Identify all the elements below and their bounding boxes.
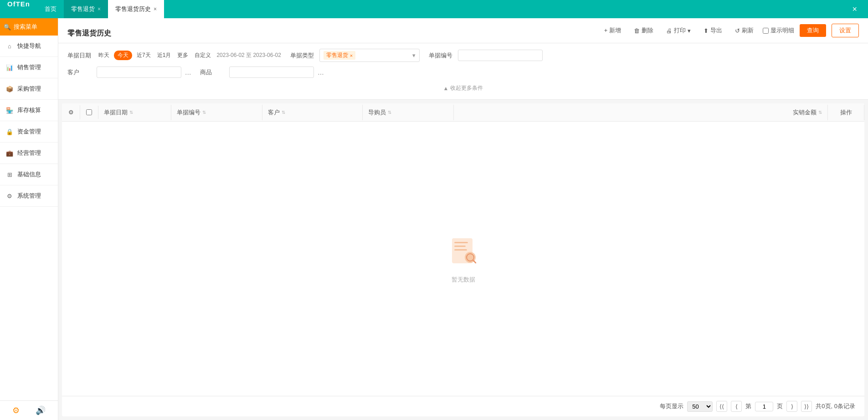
sidebar-footer: ⚙ 🔊 <box>0 400 58 420</box>
bill-type-tag-close[interactable]: × <box>350 53 353 58</box>
sidebar-item-system[interactable]: ⚙ 系统管理 <box>0 185 58 207</box>
goods-input[interactable] <box>229 67 314 78</box>
top-bar: OfTEn 首页 零售退货 × 零售退货历史 × × <box>0 0 868 18</box>
sidebar-item-finance[interactable]: 🔒 资金管理 <box>0 121 58 143</box>
filter-customer: 客户 ... <box>67 67 191 78</box>
sidebar-item-basic-info[interactable]: ⊞ 基础信息 <box>0 164 58 185</box>
delete-icon: 🗑 <box>634 27 640 34</box>
svg-rect-3 <box>454 249 467 251</box>
collapse-arrow-icon: ▲ <box>443 85 449 92</box>
date-btn-more[interactable]: 更多 <box>175 51 190 60</box>
page-number-input[interactable]: 1 <box>755 402 773 411</box>
filter-area: 单据日期 昨天 今天 近7天 近1月 更多 自定义 2023-06-02 至 2… <box>58 43 868 100</box>
filter-bill-type: 单据类型 零售退货 × ▾ <box>290 49 420 62</box>
speaker-icon[interactable]: 🔊 <box>36 405 46 415</box>
warehouse-icon: 🏪 <box>5 106 14 114</box>
bill-type-label: 单据类型 <box>290 51 316 60</box>
delete-button[interactable]: 🗑 删除 <box>630 25 657 36</box>
sidebar-item-purchase-mgmt[interactable]: 📦 采购管理 <box>0 78 58 100</box>
main-layout: 🔍 搜索菜单 ⌂ 快捷导航 📊 销售管理 📦 采购管理 🏪 库存核算 🔒 <box>0 18 868 420</box>
print-arrow-icon: ▾ <box>688 27 691 34</box>
svg-rect-1 <box>454 242 468 243</box>
bill-type-select[interactable]: 零售退货 × ▾ <box>319 49 420 62</box>
svg-rect-2 <box>454 246 466 247</box>
first-page-button[interactable]: ⟨⟨ <box>716 401 727 412</box>
th-bill-date[interactable]: 单据日期 ⇅ <box>98 105 171 120</box>
sidebar-item-sales-mgmt[interactable]: 📊 销售管理 <box>0 57 58 78</box>
home-icon: ⌂ <box>5 42 14 50</box>
th-guide[interactable]: 导购员 ⇅ <box>363 105 454 120</box>
prev-page-button[interactable]: ⟨ <box>731 401 742 412</box>
next-page-button[interactable]: ⟩ <box>786 401 797 412</box>
th-customer[interactable]: 客户 ⇅ <box>262 105 363 120</box>
display-toggle[interactable]: 显示明细 <box>763 26 794 35</box>
customer-input[interactable] <box>97 67 181 78</box>
filter-bill-date: 单据日期 昨天 今天 近7天 近1月 更多 自定义 2023-06-02 至 2… <box>67 51 281 60</box>
page-unit: 页 <box>777 402 783 410</box>
date-options: 昨天 今天 近7天 近1月 更多 自定义 <box>97 51 213 60</box>
date-btn-7days[interactable]: 近7天 <box>135 51 153 60</box>
table-header: ⚙ 单据日期 ⇅ 单据编号 ⇅ 客户 ⇅ 导购员 <box>62 103 864 122</box>
search-icon: 🔍 <box>4 24 11 31</box>
collapse-button[interactable]: ▲ 收起更多条件 <box>67 82 859 94</box>
sidebar-item-inventory[interactable]: 🏪 库存核算 <box>0 100 58 121</box>
th-settings[interactable]: ⚙ <box>62 105 80 119</box>
goods-dots[interactable]: ... <box>318 68 324 77</box>
date-btn-custom[interactable]: 自定义 <box>193 51 213 60</box>
th-amount[interactable]: 实销金额 ⇅ <box>454 105 828 120</box>
print-icon: 🖨 <box>666 27 672 34</box>
table-settings-icon: ⚙ <box>68 109 74 116</box>
th-bill-no[interactable]: 单据编号 ⇅ <box>171 105 262 120</box>
date-btn-yesterday[interactable]: 昨天 <box>97 51 111 60</box>
sidebar-search[interactable]: 🔍 搜索菜单 <box>0 18 58 36</box>
data-table: ⚙ 单据日期 ⇅ 单据编号 ⇅ 客户 ⇅ 导购员 <box>62 103 864 416</box>
sort-icon-date: ⇅ <box>129 110 133 115</box>
per-page-label: 每页显示 <box>660 402 683 410</box>
pagination: 每页显示 10 20 50 100 ⟨⟨ ⟨ 第 1 页 ⟩ ⟩⟩ 共0页, 0… <box>62 396 864 416</box>
sidebar: 🔍 搜索菜单 ⌂ 快捷导航 📊 销售管理 📦 采购管理 🏪 库存核算 🔒 <box>0 18 58 420</box>
lock-icon: 🔒 <box>5 128 14 136</box>
tab-home[interactable]: 首页 <box>37 0 64 18</box>
sidebar-item-operations[interactable]: 💼 经营管理 <box>0 143 58 164</box>
date-btn-today[interactable]: 今天 <box>114 51 132 60</box>
customer-dots[interactable]: ... <box>185 68 191 77</box>
refresh-icon: ↺ <box>735 27 740 34</box>
last-page-button[interactable]: ⟩⟩ <box>801 401 812 412</box>
settings-icon: ⚙ <box>5 192 14 200</box>
customer-label: 客户 <box>67 68 93 77</box>
grid-icon: ⊞ <box>5 170 14 179</box>
query-button[interactable]: 查询 <box>800 24 826 37</box>
tab-return-history[interactable]: 零售退货历史 × <box>108 0 164 18</box>
date-range: 2023-06-02 至 2023-06-02 <box>216 51 281 59</box>
toolbar: + 新增 🗑 删除 🖨 打印 ▾ ⬆ 导出 ↺ 刷新 <box>601 24 859 43</box>
filter-goods: 商品 ... <box>200 67 324 78</box>
new-button[interactable]: + 新增 <box>601 25 625 36</box>
tab-return[interactable]: 零售退货 × <box>64 0 108 18</box>
sidebar-item-quick-nav[interactable]: ⌂ 快捷导航 <box>0 36 58 57</box>
page-label: 第 <box>745 402 751 410</box>
print-button[interactable]: 🖨 打印 ▾ <box>663 25 694 36</box>
page-title: 零售退货历史 <box>67 29 111 38</box>
chart-icon: 📊 <box>5 63 14 72</box>
date-btn-1month[interactable]: 近1月 <box>155 51 173 60</box>
tab-return-history-close[interactable]: × <box>154 6 157 12</box>
filter-row-2: 客户 ... 商品 ... <box>67 67 859 78</box>
export-button[interactable]: ⬆ 导出 <box>700 25 726 36</box>
select-all-checkbox[interactable] <box>86 109 92 115</box>
refresh-button[interactable]: ↺ 刷新 <box>731 25 757 36</box>
display-toggle-checkbox[interactable] <box>763 28 769 34</box>
tab-return-close[interactable]: × <box>98 6 101 12</box>
window-close-button[interactable]: × <box>848 5 861 14</box>
setting-button[interactable]: 设置 <box>832 24 859 37</box>
bill-no-label: 单据编号 <box>429 51 454 60</box>
sidebar-nav: ⌂ 快捷导航 📊 销售管理 📦 采购管理 🏪 库存核算 🔒 资金管理 💼 <box>0 36 58 400</box>
sort-icon-bill-no: ⇅ <box>202 110 206 115</box>
per-page-select[interactable]: 10 20 50 100 <box>687 401 713 412</box>
bill-no-input[interactable] <box>458 50 543 61</box>
sort-icon-guide: ⇅ <box>388 110 391 115</box>
box-icon: 📦 <box>5 85 14 93</box>
gear-icon[interactable]: ⚙ <box>12 405 20 415</box>
page-summary: 共0页, 0条记录 <box>816 402 855 410</box>
bill-date-label: 单据日期 <box>67 51 93 60</box>
th-checkbox[interactable] <box>80 106 98 119</box>
